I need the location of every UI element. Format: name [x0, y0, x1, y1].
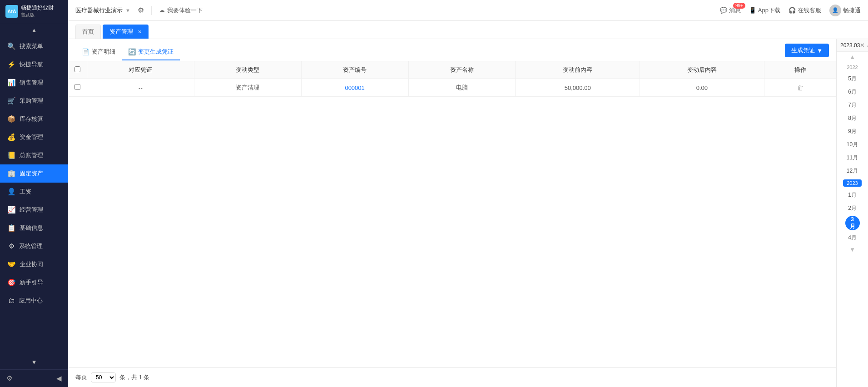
sidebar-item-funds[interactable]: 💰 资金管理 [0, 128, 68, 146]
sidebar-item-payroll[interactable]: 👤 工资 [0, 183, 68, 201]
sidebar-item-ledger[interactable]: 📒 总账管理 [0, 146, 68, 164]
sidebar-item-purchase[interactable]: 🛒 采购管理 [0, 92, 68, 110]
subtab-change-voucher[interactable]: 🔄 变更生成凭证 [122, 44, 180, 60]
sidebar-item-label: 工资 [20, 188, 31, 196]
topbar-divider [151, 6, 152, 15]
sidebar-item-enterprise[interactable]: 🤝 企业协同 [0, 255, 68, 273]
sidebar-item-inventory[interactable]: 📦 库存核算 [0, 110, 68, 128]
subtab-asset-detail[interactable]: 📄 资产明细 [75, 44, 122, 60]
total-count-label: 条，共 1 条 [119, 373, 149, 382]
sidebar-item-base-info[interactable]: 📋 基础信息 [0, 219, 68, 237]
row-checkbox-cell [68, 79, 87, 97]
month-2022-7[interactable]: 7月 [837, 99, 868, 112]
col-after-change: 变动后内容 [640, 61, 764, 79]
cell-asset-code: 000001 [301, 79, 408, 97]
col-operation: 操作 [764, 61, 836, 79]
sidebar-item-label: 快捷导航 [20, 60, 43, 69]
app-logo-text: 畅捷通好业财 普及版 [21, 5, 54, 18]
table-header-row: 对应凭证 变动类型 资产编号 资产名称 [68, 61, 836, 79]
data-table: 对应凭证 变动类型 资产编号 资产名称 [68, 61, 836, 367]
month-2022-5[interactable]: 5月 [837, 72, 868, 85]
month-2022-11[interactable]: 11月 [837, 151, 868, 164]
service-icon: 🎧 [789, 7, 796, 14]
sidebar-settings-icon[interactable]: ⚙ [6, 374, 12, 382]
avatar-icon: 👤 [832, 7, 838, 13]
date-panel: 2023.03 ✕ ⤢ ▲ 2022 5月 6月 7月 [836, 39, 868, 387]
tab-close-icon[interactable]: ✕ [138, 29, 142, 35]
date-panel-close-icon[interactable]: ✕ [860, 42, 865, 49]
user-profile[interactable]: 👤 畅捷通 [829, 5, 861, 16]
content-main: 📄 资产明细 🔄 变更生成凭证 生成凭证 ▼ [68, 39, 836, 387]
experience-link[interactable]: ☁ 我要体验一下 [159, 6, 203, 15]
cell-after-change: 0.00 [640, 79, 764, 97]
cell-change-type: 资产清理 [194, 79, 301, 97]
sidebar-item-sales[interactable]: 📊 销售管理 [0, 74, 68, 92]
month-2022-9[interactable]: 9月 [837, 125, 868, 138]
sidebar-item-label: 经营管理 [20, 206, 43, 214]
delete-row-icon[interactable]: 🗑 [797, 84, 804, 91]
pagination-bar: 每页 50 10 20 100 条，共 1 条 [68, 367, 836, 387]
tab-home[interactable]: 首页 [75, 25, 101, 39]
sidebar-item-label: 资金管理 [20, 133, 43, 141]
per-page-select[interactable]: 50 10 20 100 [91, 372, 116, 382]
payroll-icon: 👤 [7, 188, 16, 196]
date-scroll-down[interactable]: ▼ [837, 244, 868, 255]
row-checkbox[interactable] [74, 84, 80, 90]
month-2022-10[interactable]: 10月 [837, 138, 868, 151]
sidebar-item-operations[interactable]: 📈 经营管理 [0, 201, 68, 219]
date-panel-header: 2023.03 [840, 42, 860, 49]
experience-text: 我要体验一下 [167, 6, 203, 15]
cloud-icon: ☁ [159, 7, 165, 14]
company-name: 医疗器械行业演示 [75, 6, 123, 15]
avatar: 👤 [829, 5, 841, 16]
col-asset-name: 资产名称 [408, 61, 516, 79]
month-2023-2[interactable]: 2月 [837, 202, 868, 215]
sidebar-scroll-down[interactable]: ▼ [0, 357, 68, 367]
app-logo-icon: AtA [5, 5, 18, 18]
sidebar-collapse-icon[interactable]: ◀ [56, 374, 62, 382]
company-selector[interactable]: 医疗器械行业演示 ▼ [75, 6, 130, 15]
sidebar-item-label: 新手引导 [20, 278, 43, 287]
fixed-assets-icon: 🏢 [7, 169, 16, 178]
sidebar-item-app-center[interactable]: 🗂 应用中心 [0, 292, 68, 310]
message-button[interactable]: 💬 消息 99+ [720, 6, 741, 15]
month-2022-12[interactable]: 12月 [837, 164, 868, 178]
month-2023-3-active[interactable]: 3月 [837, 215, 868, 231]
select-all-checkbox[interactable] [74, 66, 80, 72]
dropdown-arrow-icon: ▼ [817, 47, 823, 54]
cell-voucher: -- [87, 79, 194, 97]
sidebar-item-label: 基础信息 [20, 224, 43, 232]
username: 畅捷通 [843, 6, 861, 15]
sidebar-item-fixed-assets[interactable]: 🏢 固定资产 [0, 164, 68, 183]
date-scroll-up[interactable]: ▲ [837, 52, 868, 62]
sidebar-logo: AtA 畅捷通好业财 普及版 [0, 0, 68, 23]
download-icon: 📱 [749, 7, 756, 14]
topbar-settings-icon[interactable]: ⚙ [138, 6, 144, 15]
main-area: 医疗器械行业演示 ▼ ⚙ ☁ 我要体验一下 💬 消息 99+ 📱 App下载 🎧… [68, 0, 868, 387]
year-2022: 2022 [837, 62, 868, 72]
app-download-button[interactable]: 📱 App下载 [749, 6, 780, 15]
cell-operation: 🗑 [764, 79, 836, 97]
generate-voucher-button[interactable]: 生成凭证 ▼ [785, 44, 829, 57]
month-2023-1[interactable]: 1月 [837, 189, 868, 202]
sidebar-scroll-up[interactable]: ▲ [0, 25, 68, 35]
month-2022-8[interactable]: 8月 [837, 112, 868, 125]
sidebar: AtA 畅捷通好业财 普及版 ▲ 🔍 搜索菜单 ⚡ 快捷导航 📊 销售管理 🛒 … [0, 0, 68, 387]
customer-service-button[interactable]: 🎧 在线客服 [789, 6, 821, 15]
sidebar-item-guide[interactable]: 🎯 新手引导 [0, 273, 68, 292]
sidebar-item-search-menu[interactable]: 🔍 搜索菜单 [0, 37, 68, 55]
company-dropdown-icon: ▼ [125, 8, 130, 13]
subtab-bar: 📄 资产明细 🔄 变更生成凭证 生成凭证 ▼ [68, 39, 836, 61]
app-download-label: App下载 [758, 6, 780, 15]
sidebar-item-label: 系统管理 [19, 242, 43, 250]
tab-asset-management[interactable]: 资产管理 ✕ [103, 25, 149, 39]
month-2023-4[interactable]: 4月 [837, 231, 868, 244]
customer-service-label: 在线客服 [798, 6, 821, 15]
message-badge: 99+ [733, 3, 745, 9]
sidebar-item-system[interactable]: ⚙ 系统管理 [0, 237, 68, 255]
table-row: -- 资产清理 000001 电脑 [68, 79, 836, 97]
asset-detail-icon: 📄 [82, 48, 89, 55]
sidebar-item-quick-nav[interactable]: ⚡ 快捷导航 [0, 55, 68, 74]
sidebar-item-label: 固定资产 [20, 169, 43, 178]
month-2022-6[interactable]: 6月 [837, 85, 868, 99]
